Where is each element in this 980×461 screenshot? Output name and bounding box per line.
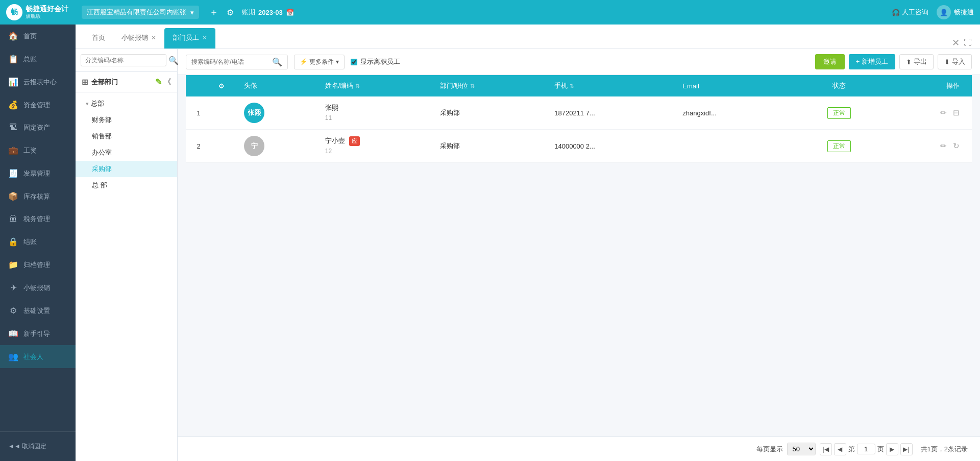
sidebar-item-expense[interactable]: ✈ 小畅报销 [0, 276, 76, 299]
page-label: 第 [848, 445, 855, 454]
more-conditions-button[interactable]: ⚡ 更多条件 ▾ [294, 55, 345, 69]
tab-expense-label: 小畅报销 [121, 33, 148, 42]
search-icon[interactable]: 🔍 [272, 57, 282, 67]
page-input[interactable] [857, 444, 875, 454]
row-1-avatar: 张熙 [237, 96, 318, 130]
export-button[interactable]: ⬆ 导出 [899, 54, 934, 69]
edit-icon-1[interactable]: ✏ [940, 108, 947, 117]
tab-expense[interactable]: 小畅报销 ✕ [113, 28, 164, 48]
per-page-select[interactable]: 50 20 100 [787, 443, 816, 455]
sidebar-item-fixed-assets[interactable]: 🏗 固定资产 [0, 116, 76, 139]
chevron-down-icon: ▾ [336, 58, 339, 65]
dept-tree: ▾总部 财务部 销售部 办公室 采购部 总 部 [76, 92, 177, 461]
tab-employees-close-icon[interactable]: ✕ [202, 34, 207, 41]
last-page-button[interactable]: ▶| [900, 443, 913, 455]
dept-node-headquarters[interactable]: ▾总部 [76, 95, 177, 112]
employee-search-input[interactable] [191, 58, 270, 65]
row-1-settings [211, 96, 237, 130]
sidebar-item-tax[interactable]: 🏛 税务管理 [0, 208, 76, 230]
row-2-actions: ✏ ↻ [890, 130, 972, 163]
sidebar-item-invoice[interactable]: 🧾 发票管理 [0, 162, 76, 185]
dept-search-input[interactable] [81, 54, 166, 66]
row-2-status: 正常 [788, 130, 890, 163]
period-label: 账期 2023-03 📅 [242, 8, 294, 17]
prev-page-button[interactable]: ◀ [834, 443, 846, 455]
sidebar-item-settings[interactable]: ⚙ 基础设置 [0, 299, 76, 322]
page-content: 🔍 ⊞ 全部部门 ✎ 《 ▾总部 财务部 销售部 办公室 [76, 49, 980, 461]
next-page-button[interactable]: ▶ [886, 443, 898, 455]
dept-node-general[interactable]: 总 部 [76, 177, 177, 193]
pagination: 每页显示 50 20 100 |◀ ◀ 第 页 ▶ ▶| [178, 436, 980, 461]
refresh-icon-2[interactable]: ↻ [953, 141, 960, 151]
dept-all-header[interactable]: ⊞ 全部部门 ✎ 《 [76, 72, 177, 92]
tab-expense-close-icon[interactable]: ✕ [151, 34, 156, 41]
sidebar-item-fund[interactable]: 💰 资金管理 [0, 93, 76, 116]
tab-home[interactable]: 首页 [84, 28, 113, 48]
sidebar-item-label: 固定资产 [23, 123, 50, 132]
fund-icon: 💰 [8, 100, 18, 110]
employee-search-box: 🔍 [186, 55, 288, 69]
filter-icon: ⚡ [300, 58, 307, 65]
show-resigned-checkbox[interactable] [351, 59, 357, 65]
main-layout: 🏠 首页 📋 总账 📊 云报表中心 💰 资金管理 🏗 固定资产 💼 工资 🧾 发… [0, 25, 980, 461]
col-name[interactable]: 姓名/编码 ⇅ [318, 75, 433, 96]
dept-node-office[interactable]: 办公室 [76, 144, 177, 161]
settings-icon[interactable]: ⚙ [227, 8, 234, 17]
col-avatar: 头像 [237, 75, 318, 96]
row-1-name: 张熙 11 [318, 96, 433, 130]
dept-panel: 🔍 ⊞ 全部部门 ✎ 《 ▾总部 财务部 销售部 办公室 [76, 49, 178, 461]
sidebar-item-inventory[interactable]: 📦 库存核算 [0, 185, 76, 208]
col-dept[interactable]: 部门/职位 ⇅ [433, 75, 548, 96]
sidebar-item-archive[interactable]: 📁 归档管理 [0, 253, 76, 276]
row-1-no: 1 [186, 96, 211, 130]
sidebar-item-home[interactable]: 🏠 首页 [0, 25, 76, 47]
row-1-phone: 18720211 7... [547, 96, 675, 130]
user-name: 畅捷通 [954, 8, 974, 17]
show-resigned-label[interactable]: 显示离职员工 [351, 57, 400, 66]
status-badge: 正常 [827, 107, 851, 119]
col-settings[interactable]: ⚙ [211, 75, 237, 96]
row-2-avatar: 宁 [237, 130, 318, 163]
table-wrapper: ⚙ 头像 姓名/编码 ⇅ 部门/职位 ⇅ [178, 75, 980, 436]
col-settings-icon[interactable]: ⚙ [218, 82, 225, 90]
company-selector[interactable]: 江西服宝精品有限责任公司内账张 ▾ [82, 6, 199, 19]
dept-node-finance[interactable]: 财务部 [76, 112, 177, 128]
logo-text: 畅捷通好会计 [26, 5, 68, 13]
row-1-actions: ✏ ⊟ [890, 96, 972, 130]
tab-employees[interactable]: 部门员工 ✕ [164, 28, 215, 48]
row-1-dept: 采购部 [433, 96, 548, 130]
dept-node-sales[interactable]: 销售部 [76, 128, 177, 144]
invite-button[interactable]: 邀请 [815, 54, 845, 69]
dept-node-purchasing[interactable]: 采购部 [76, 161, 177, 177]
import-button[interactable]: ⬇ 导入 [938, 54, 972, 69]
add-employee-button[interactable]: + 新增员工 [849, 54, 895, 69]
add-icon[interactable]: ＋ [209, 6, 218, 18]
edit-dept-icon[interactable]: ✎ [155, 77, 162, 87]
row-2-phone: 14000000 2... [547, 130, 675, 163]
import-icon: ⬇ [944, 58, 950, 66]
calendar-icon[interactable]: 📅 [286, 9, 294, 16]
row-2-employee-name: 宁小壹 应 [325, 136, 426, 147]
sidebar-item-label: 税务管理 [23, 214, 50, 224]
invoice-icon: 🧾 [8, 168, 18, 178]
logo-sub: 旗舰版 [26, 13, 68, 20]
sidebar-item-salary[interactable]: 💼 工资 [0, 139, 76, 162]
sidebar-item-cloud-reports[interactable]: 📊 云报表中心 [0, 70, 76, 93]
sidebar-item-label: 基础设置 [23, 306, 50, 316]
collapse-icon[interactable]: 《 [164, 78, 171, 87]
col-phone[interactable]: 手机 ⇅ [547, 75, 675, 96]
sidebar-item-guide[interactable]: 📖 新手引导 [0, 322, 76, 345]
sidebar-item-closing[interactable]: 🔒 结账 [0, 230, 76, 253]
sidebar-item-ledger[interactable]: 📋 总账 [0, 47, 76, 70]
row-1-status: 正常 [788, 96, 890, 130]
service-button[interactable]: 🎧 人工咨询 [892, 8, 928, 17]
user-info: 👤 畅捷通 [937, 5, 974, 19]
dept-search-icon[interactable]: 🔍 [168, 56, 179, 65]
edit-icon-2[interactable]: ✏ [940, 141, 947, 151]
tab-close-icon[interactable]: ✕ [952, 37, 960, 48]
first-page-button[interactable]: |◀ [820, 443, 832, 455]
tab-expand-icon[interactable]: ⛶ [964, 38, 972, 47]
logout-icon-1[interactable]: ⊟ [953, 108, 960, 117]
sidebar-item-employees[interactable]: 👥 社会人 [0, 345, 76, 368]
cancel-fixed-button[interactable]: ◄◄ 取消固定 [0, 437, 76, 456]
